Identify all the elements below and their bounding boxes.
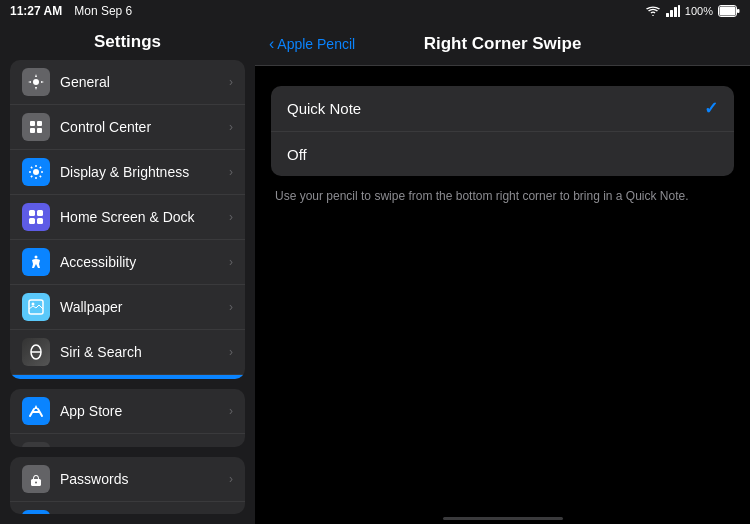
sidebar-item-wallet[interactable]: Wallet & Apple Pay › [10,434,245,446]
display-icon [22,158,50,186]
back-chevron-icon: ‹ [269,35,274,53]
svg-rect-3 [678,5,680,17]
sidebar-item-wallpaper[interactable]: Wallpaper › [10,285,245,330]
sidebar-item-display[interactable]: Display & Brightness › [10,150,245,195]
app-store-chevron: › [229,404,233,418]
svg-rect-0 [666,13,669,17]
svg-rect-2 [674,7,677,17]
sidebar-item-accessibility[interactable]: Accessibility › [10,240,245,285]
mail-icon [22,510,50,514]
status-icons: 100% [645,5,740,17]
app-store-label: App Store [60,403,229,419]
status-time: 11:27 AM [10,4,62,18]
wallet-icon [22,442,50,446]
main-layout: Settings General › Control Center › [0,22,750,524]
general-chevron: › [229,75,233,89]
right-panel: ‹ Apple Pencil Right Corner Swipe Quick … [255,22,750,524]
general-icon [22,68,50,96]
svg-line-20 [31,176,32,177]
display-chevron: › [229,165,233,179]
right-header: ‹ Apple Pencil Right Corner Swipe [255,22,750,66]
general-label: General [60,74,229,90]
svg-rect-23 [29,218,35,224]
svg-rect-5 [737,9,740,13]
svg-line-19 [40,167,41,168]
wallpaper-icon [22,293,50,321]
off-label: Off [287,146,718,163]
right-header-title: Right Corner Swipe [424,34,582,54]
svg-rect-6 [720,7,736,16]
svg-rect-11 [37,128,42,133]
home-screen-icon [22,203,50,231]
svg-rect-8 [30,121,35,126]
wifi-icon [645,5,661,17]
quick-note-label: Quick Note [287,100,704,117]
battery-icon [718,5,740,17]
control-center-icon [22,113,50,141]
svg-line-18 [40,176,41,177]
sidebar-item-general[interactable]: General › [10,60,245,105]
control-center-label: Control Center [60,119,229,135]
svg-rect-9 [37,121,42,126]
sidebar-item-apple-pencil[interactable]: Apple Pencil › [10,375,245,379]
battery-percent: 100% [685,5,713,17]
svg-point-7 [33,79,39,85]
passwords-label: Passwords [60,471,229,487]
sidebar-item-app-store[interactable]: App Store › [10,389,245,434]
scroll-indicator [443,517,563,520]
sidebar-item-home-screen[interactable]: Home Screen & Dock › [10,195,245,240]
svg-rect-21 [29,210,35,216]
sidebar-title: Settings [0,22,255,60]
siri-chevron: › [229,345,233,359]
right-content: Quick Note ✓ Off Use your pencil to swip… [255,66,750,524]
svg-point-12 [33,169,39,175]
options-group: Quick Note ✓ Off [271,86,734,176]
svg-point-45 [35,481,37,483]
accessibility-icon [22,248,50,276]
sidebar-item-mail[interactable]: Mail › [10,502,245,514]
status-date: Mon Sep 6 [74,4,132,18]
status-bar: 11:27 AM Mon Sep 6 100% [0,0,750,22]
siri-icon [22,338,50,366]
control-center-chevron: › [229,120,233,134]
sidebar-item-passwords[interactable]: Passwords › [10,457,245,502]
accessibility-chevron: › [229,255,233,269]
svg-rect-10 [30,128,35,133]
settings-group-3: Passwords › Mail › [10,457,245,514]
wallpaper-chevron: › [229,300,233,314]
settings-group-2: App Store › Wallet & Apple Pay › [10,389,245,446]
wallpaper-label: Wallpaper [60,299,229,315]
app-store-icon [22,397,50,425]
quick-note-checkmark: ✓ [704,98,718,119]
svg-point-27 [32,303,35,306]
sidebar-item-control-center[interactable]: Control Center › [10,105,245,150]
option-off[interactable]: Off [271,132,734,176]
signal-icon [666,5,680,17]
option-hint: Use your pencil to swipe from the bottom… [271,188,734,213]
svg-rect-1 [670,10,673,17]
right-panel-wrapper: ‹ Apple Pencil Right Corner Swipe Quick … [255,22,750,524]
home-screen-label: Home Screen & Dock [60,209,229,225]
back-button[interactable]: ‹ Apple Pencil [269,35,355,53]
svg-rect-24 [37,218,43,224]
home-screen-chevron: › [229,210,233,224]
siri-label: Siri & Search [60,344,229,360]
accessibility-label: Accessibility [60,254,229,270]
svg-rect-22 [37,210,43,216]
sidebar: Settings General › Control Center › [0,22,255,524]
svg-point-25 [35,256,38,259]
passwords-icon [22,465,50,493]
option-quick-note[interactable]: Quick Note ✓ [271,86,734,132]
display-label: Display & Brightness [60,164,229,180]
settings-group-1: General › Control Center › Display & Bri… [10,60,245,379]
sidebar-item-siri[interactable]: Siri & Search › [10,330,245,375]
svg-line-17 [31,167,32,168]
back-label: Apple Pencil [277,36,355,52]
passwords-chevron: › [229,472,233,486]
